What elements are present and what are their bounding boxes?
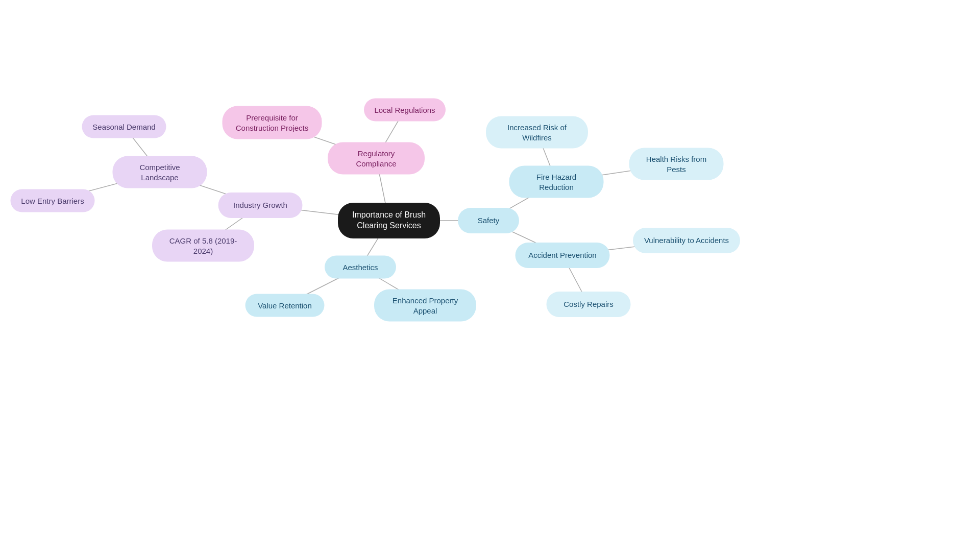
node-aesthetics[interactable]: Aesthetics [325, 256, 396, 279]
node-prereq_construction[interactable]: Prerequisite for Construction Projects [223, 106, 322, 139]
node-local_regulations[interactable]: Local Regulations [364, 99, 446, 122]
node-fire_hazard[interactable]: Fire Hazard Reduction [509, 166, 604, 198]
node-safety[interactable]: Safety [458, 208, 519, 233]
node-cagr[interactable]: CAGR of 5.8 (2019-2024) [152, 230, 254, 262]
node-industry_growth[interactable]: Industry Growth [218, 193, 303, 218]
node-accident_prevention[interactable]: Accident Prevention [516, 243, 610, 268]
node-costly_repairs[interactable]: Costly Repairs [547, 292, 631, 317]
node-increased_wildfire[interactable]: Increased Risk of Wildfires [486, 116, 588, 149]
node-value_retention[interactable]: Value Retention [246, 294, 325, 317]
node-low_entry_barriers[interactable]: Low Entry Barriers [11, 189, 95, 212]
node-seasonal_demand[interactable]: Seasonal Demand [82, 115, 166, 138]
node-competitive_landscape[interactable]: Competitive Landscape [113, 156, 207, 188]
node-regulatory_compliance[interactable]: Regulatory Compliance [328, 142, 425, 175]
node-center[interactable]: Importance of Brush Clearing Services [338, 203, 440, 238]
node-vulnerability[interactable]: Vulnerability to Accidents [633, 228, 740, 253]
mind-map: Importance of Brush Clearing ServicesReg… [0, 0, 980, 553]
connections-svg [0, 0, 980, 553]
node-enhanced_property[interactable]: Enhanced Property Appeal [374, 290, 476, 322]
node-health_risks[interactable]: Health Risks from Pests [629, 148, 724, 180]
